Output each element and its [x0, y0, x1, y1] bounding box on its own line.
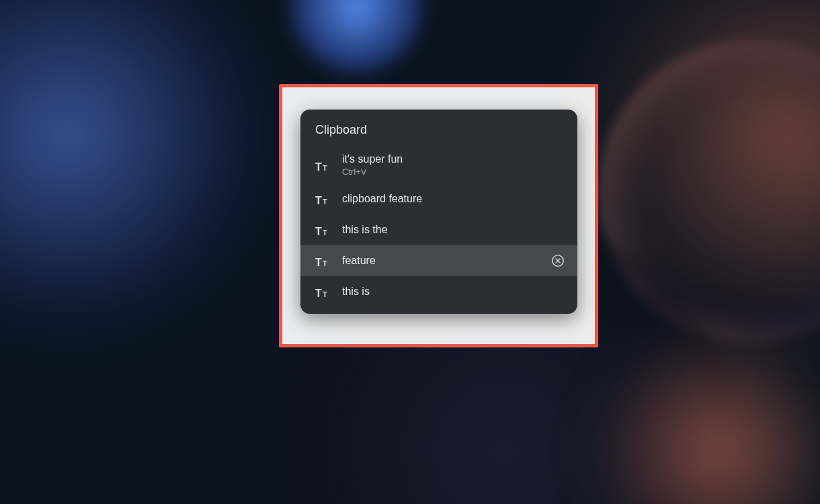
- text-icon: TT: [315, 158, 330, 173]
- clipboard-item[interactable]: TT this is the: [300, 214, 577, 245]
- clipboard-item[interactable]: TT it's super fun Ctrl+V: [300, 146, 577, 183]
- svg-text:T: T: [315, 257, 322, 268]
- svg-text:T: T: [323, 290, 327, 298]
- panel-title: Clipboard: [300, 110, 577, 146]
- clipboard-item-text: feature: [342, 255, 538, 267]
- clipboard-list: TT it's super fun Ctrl+V TT clipboard fe…: [300, 146, 577, 314]
- svg-text:T: T: [315, 195, 322, 206]
- clipboard-item-text: this is the: [342, 224, 565, 236]
- text-icon: TT: [315, 253, 330, 268]
- svg-text:T: T: [323, 198, 327, 206]
- clipboard-item[interactable]: TT feature: [300, 245, 577, 276]
- text-icon: TT: [315, 222, 330, 237]
- text-icon: TT: [315, 284, 330, 299]
- svg-text:T: T: [323, 164, 327, 172]
- clipboard-item-text: clipboard feature: [342, 193, 565, 205]
- text-icon: TT: [315, 192, 330, 206]
- svg-text:T: T: [323, 228, 327, 237]
- clipboard-item[interactable]: TT this is: [300, 276, 577, 307]
- svg-text:T: T: [315, 161, 322, 173]
- svg-text:T: T: [315, 288, 322, 299]
- clipboard-item-shortcut: Ctrl+V: [342, 167, 565, 177]
- clipboard-panel: Clipboard TT it's super fun Ctrl+V TT cl…: [300, 110, 577, 314]
- svg-text:T: T: [315, 226, 322, 237]
- clipboard-item[interactable]: TT clipboard feature: [300, 183, 577, 214]
- svg-text:T: T: [323, 259, 327, 267]
- delete-item-button[interactable]: [550, 253, 565, 268]
- clipboard-item-text: it's super fun: [342, 153, 565, 165]
- clipboard-item-text: this is: [342, 286, 565, 298]
